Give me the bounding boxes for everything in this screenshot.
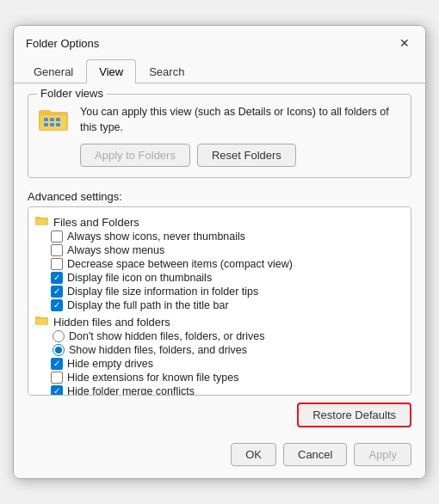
item-label: Hide extensions for known file types [67,372,238,384]
group-header-files-folders: Files and Folders [35,215,407,229]
restore-row: Restore Defaults [28,403,411,427]
folder-icon [39,107,70,132]
folder-views-inner: You can apply this view (such as Details… [39,105,400,167]
cancel-button[interactable]: Cancel [283,443,347,466]
folder-options-dialog: Folder Options ✕ General View Search Fol… [13,25,426,479]
svg-rect-6 [44,123,48,126]
tab-search[interactable]: Search [136,59,197,83]
main-content: Folder views [14,83,425,436]
folder-small-icon [35,215,49,229]
advanced-settings-label: Advanced settings: [28,190,411,203]
apply-to-folders-button[interactable]: Apply to Folders [80,144,190,167]
folder-views-label: Folder views [37,87,107,100]
checkbox-display-file-size[interactable] [51,286,63,298]
checkbox-always-menus[interactable] [51,244,63,256]
svg-rect-1 [39,110,51,114]
folder-views-description: You can apply this view (such as Details… [80,105,400,135]
list-item[interactable]: Display the full path in the title bar [51,299,407,311]
item-label: Display file icon on thumbnails [67,272,212,284]
restore-defaults-button[interactable]: Restore Defaults [297,403,411,427]
svg-rect-11 [36,219,47,225]
svg-rect-14 [36,319,47,325]
close-button[interactable]: ✕ [394,33,415,53]
footer-buttons: OK Cancel Apply [14,436,425,478]
folder-small-icon-2 [35,315,49,329]
item-label: Display the full path in the title bar [67,299,229,311]
reset-folders-button[interactable]: Reset Folders [197,144,296,167]
checkbox-hide-merge-conflicts[interactable] [51,385,63,396]
list-item[interactable]: Always show menus [51,244,407,256]
tab-bar: General View Search [14,58,425,83]
item-label: Decrease space between items (compact vi… [67,258,293,270]
group-header-hidden-files: Hidden files and folders [35,315,407,329]
apply-button[interactable]: Apply [354,443,411,466]
folder-views-buttons: Apply to Folders Reset Folders [80,144,400,167]
tab-general[interactable]: General [21,59,86,83]
checkbox-always-icons[interactable] [51,230,63,243]
radio-dont-show[interactable] [53,330,65,342]
group-label-files-folders: Files and Folders [53,216,139,229]
svg-rect-10 [35,217,40,219]
list-item[interactable]: Decrease space between items (compact vi… [51,258,407,270]
checkbox-display-full-path[interactable] [51,299,63,311]
item-label: Always show menus [67,244,164,256]
list-item[interactable]: Hide extensions for known file types [51,372,407,384]
list-item[interactable]: Hide empty drives [51,358,407,370]
list-item[interactable]: Display file icon on thumbnails [51,272,407,284]
checkbox-hide-empty-drives[interactable] [51,358,63,370]
list-item[interactable]: Don't show hidden files, folders, or dri… [53,330,407,342]
checkbox-decrease-space[interactable] [51,258,63,270]
radio-show-hidden[interactable] [53,344,65,356]
item-label: Hide empty drives [67,358,153,370]
item-label: Don't show hidden files, folders, or dri… [69,330,265,342]
list-item[interactable]: Hide folder merge conflicts [51,385,407,396]
svg-rect-7 [50,123,54,126]
checkbox-hide-extensions[interactable] [51,372,63,384]
ok-button[interactable]: OK [231,443,276,466]
folder-views-description-area: You can apply this view (such as Details… [80,105,400,167]
tab-view[interactable]: View [86,59,136,83]
list-item[interactable]: Always show icons, never thumbnails [51,230,407,243]
svg-rect-3 [44,118,48,121]
item-label: Always show icons, never thumbnails [67,230,245,243]
group-label-hidden-files: Hidden files and folders [53,316,170,329]
list-item[interactable]: Show hidden files, folders, and drives [53,344,407,356]
settings-list[interactable]: Files and Folders Always show icons, nev… [28,206,411,396]
list-item[interactable]: Display file size information in folder … [51,286,407,298]
svg-rect-4 [50,118,54,121]
checkbox-display-file-icon[interactable] [51,272,63,284]
svg-rect-2 [40,115,66,130]
svg-rect-8 [56,123,60,126]
svg-rect-13 [35,317,40,319]
item-label: Show hidden files, folders, and drives [69,344,247,356]
folder-views-group: Folder views [28,94,411,178]
dialog-title: Folder Options [26,37,99,50]
item-label: Hide folder merge conflicts [67,385,195,396]
svg-rect-5 [56,118,60,121]
item-label: Display file size information in folder … [67,286,258,298]
title-bar: Folder Options ✕ [14,26,425,58]
